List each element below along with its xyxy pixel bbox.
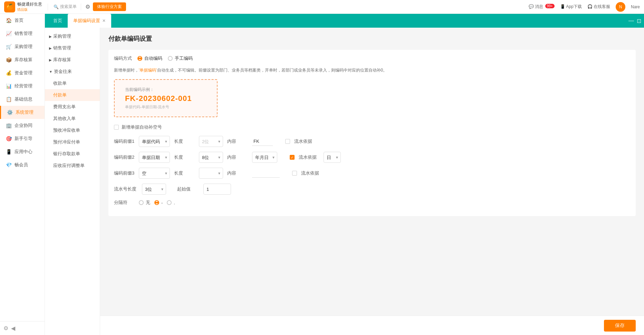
sidebar-label-basic: 基础信息 [15, 96, 32, 102]
left-nav-header-inventory[interactable]: ▶ 库存核算 [45, 54, 100, 66]
left-nav-item-prepay-pay[interactable]: 预付冲应付单 [45, 136, 100, 148]
tab-home[interactable]: 首页 [48, 14, 68, 28]
left-nav-header-funds[interactable]: ▼ 资金往来 [45, 66, 100, 77]
sep-dot-label: . [174, 200, 175, 205]
sidebar-item-system[interactable]: ⚙️ 系统管理 [0, 106, 45, 119]
coding-card: 编码方式 自动编码 手工编码 [108, 50, 636, 216]
coding-method-radio-group: 自动编码 手工编码 [137, 55, 193, 62]
sep-dash-label: - [161, 200, 163, 205]
tab-maximize-icon[interactable]: ⊡ [637, 18, 641, 24]
message-label: 消息 [535, 4, 543, 9]
tab-minimize-icon[interactable]: — [628, 18, 634, 24]
arrow-right-icon2: ▶ [49, 46, 52, 50]
left-nav-item-arap-adj[interactable]: 应收应付调整单 [45, 160, 100, 171]
brand-name: 畅捷通好生意 [17, 2, 42, 7]
prefix1-content-input[interactable] [252, 137, 273, 146]
left-nav-item-receipt[interactable]: 收款单 [45, 77, 100, 89]
sidebar-item-home[interactable]: 🏠 首页 [0, 14, 45, 27]
prefix2-serial-label: 流水依据 [299, 154, 317, 160]
prefix2-select[interactable]: 单据日期 [139, 152, 170, 163]
separator-row: 分隔符 无 - . [114, 199, 630, 206]
left-nav-item-bank[interactable]: 银行存取款单 [45, 148, 100, 160]
serial-length-select[interactable]: 3位 [142, 184, 166, 195]
prefix2-content-wrapper: 年月日 ▼ [252, 152, 277, 163]
trial-btn[interactable]: 体验行业方案 [93, 2, 126, 11]
settings-icon[interactable]: ⚙ [85, 3, 90, 10]
info-text: 新增单据时，'单据编码'自动生成，不可编辑。前缀设置为部门、业务员等档案类，开单… [114, 67, 630, 74]
sep-none-label: 无 [146, 199, 150, 206]
user-avatar[interactable]: N [616, 2, 625, 12]
sep-radio-dash[interactable]: - [154, 200, 163, 205]
left-nav-item-expense[interactable]: 费用支出单 [45, 101, 100, 113]
prefix1-label: 编码前缀1 [114, 138, 135, 145]
sales-icon: 📈 [6, 30, 12, 37]
tab-coding-label: 单据编码设置 [73, 18, 100, 24]
tab-bar-right: — ⊡ [628, 18, 641, 24]
save-button[interactable]: 保存 [604, 320, 636, 332]
coding-method-row: 编码方式 自动编码 手工编码 [114, 55, 630, 62]
left-nav-header-purchase[interactable]: ▶ 采购管理 [45, 30, 100, 42]
search-icon: 🔍 [54, 4, 59, 9]
sidebar-item-purchase[interactable]: 🛒 采购管理 [0, 40, 45, 53]
sep-radio-dot-btn [167, 200, 172, 205]
search-trigger[interactable]: 🔍 搜索菜单 [54, 4, 77, 10]
left-nav: ▶ 采购管理 ▶ 销售管理 ▶ 库存核算 [45, 28, 100, 335]
prefix2-length-select[interactable]: 8位 [199, 152, 223, 163]
left-nav-item-payment[interactable]: 付款单 [45, 89, 100, 101]
prefix2-serial-checkbox[interactable]: ✓ [290, 155, 295, 160]
arrow-right-icon: ▶ [49, 35, 52, 38]
sidebar-item-member[interactable]: 💎 畅会员 [0, 158, 45, 171]
left-nav-header-sales[interactable]: ▶ 销售管理 [45, 42, 100, 54]
sidebar-item-basic[interactable]: 📋 基础信息 [0, 93, 45, 106]
sidebar-label-purchase: 采购管理 [15, 44, 32, 50]
basic-icon: 📋 [6, 96, 12, 102]
sidebar: 🏠 首页 📈 销售管理 🛒 采购管理 📦 库存核算 💰 资金管理 📊 经营管理 … [0, 14, 45, 335]
sidebar-item-newbie[interactable]: 🎯 新手引导 [0, 132, 45, 145]
tab-close-icon[interactable]: ✕ [102, 18, 106, 23]
sep-radio-none-btn [139, 200, 144, 205]
sidebar-label-operation: 经营管理 [15, 83, 32, 89]
serial-length-row: 流水号长度 3位 ▼ 起始值 [114, 184, 630, 195]
sidebar-item-apps[interactable]: 📱 应用中心 [0, 145, 45, 158]
purchase-icon: 🛒 [6, 44, 12, 50]
brand-text: 畅捷通好生意 猎品版 [17, 2, 42, 12]
sidebar-item-company[interactable]: 🏢 企业协同 [0, 119, 45, 132]
radio-auto[interactable]: 自动编码 [137, 55, 162, 62]
radio-manual[interactable]: 手工编码 [168, 55, 193, 62]
sep-radio-none[interactable]: 无 [139, 199, 150, 206]
radio-manual-btn [168, 56, 173, 61]
left-nav-funds: ▼ 资金往来 收款单 付款单 费用支出单 其他收入单 预收冲应收单 预付冲应付单… [45, 66, 100, 171]
prefix2-period-select[interactable]: 日 月 年 [324, 152, 341, 163]
top-bar-right: 💬 消息 99+ 📱 App下载 🎧 在线客服 N Nare [529, 2, 640, 12]
radio-auto-btn [137, 56, 142, 61]
finance-icon: 💰 [6, 70, 12, 76]
auto-fill-checkbox[interactable] [114, 125, 119, 130]
prefix3-serial-checkbox[interactable] [292, 171, 297, 176]
prefix3-content-input[interactable] [252, 169, 280, 178]
support-btn[interactable]: 🎧 在线客服 [587, 4, 610, 10]
message-btn[interactable]: 💬 消息 99+ [529, 4, 555, 10]
left-nav-item-other-income[interactable]: 其他收入单 [45, 113, 100, 124]
sidebar-item-inventory[interactable]: 📦 库存核算 [0, 53, 45, 66]
prefix1-select[interactable]: 单据代码 [139, 136, 170, 147]
sep-radio-dash-btn [154, 200, 159, 205]
prefix3-length-select[interactable] [199, 168, 223, 179]
radio-auto-label: 自动编码 [144, 55, 162, 62]
sidebar-item-finance[interactable]: 💰 资金管理 [0, 66, 45, 80]
left-nav-item-prepay-recv[interactable]: 预收冲应收单 [45, 124, 100, 136]
start-value-input[interactable] [203, 184, 231, 195]
auto-fill-label: 新增单据自动补空号 [122, 124, 162, 130]
sidebar-collapse-icon[interactable]: ◀ [11, 325, 15, 332]
download-btn[interactable]: 📱 App下载 [560, 4, 582, 10]
sep-radio-dot[interactable]: . [167, 200, 175, 205]
tab-coding[interactable]: 单据编码设置 ✕ [68, 14, 111, 28]
sidebar-settings-icon[interactable]: ⚙ [3, 325, 8, 332]
prefix1-serial-checkbox[interactable] [285, 139, 290, 144]
message-badge: 99+ [545, 4, 555, 8]
prefix1-length-select[interactable]: 2位 [199, 136, 223, 147]
prefix2-content-select[interactable]: 年月日 [252, 152, 277, 163]
sidebar-label-sales: 销售管理 [15, 30, 32, 37]
sidebar-item-sales[interactable]: 📈 销售管理 [0, 27, 45, 40]
sidebar-item-operation[interactable]: 📊 经营管理 [0, 80, 45, 93]
prefix3-select[interactable]: 空 [139, 168, 170, 179]
